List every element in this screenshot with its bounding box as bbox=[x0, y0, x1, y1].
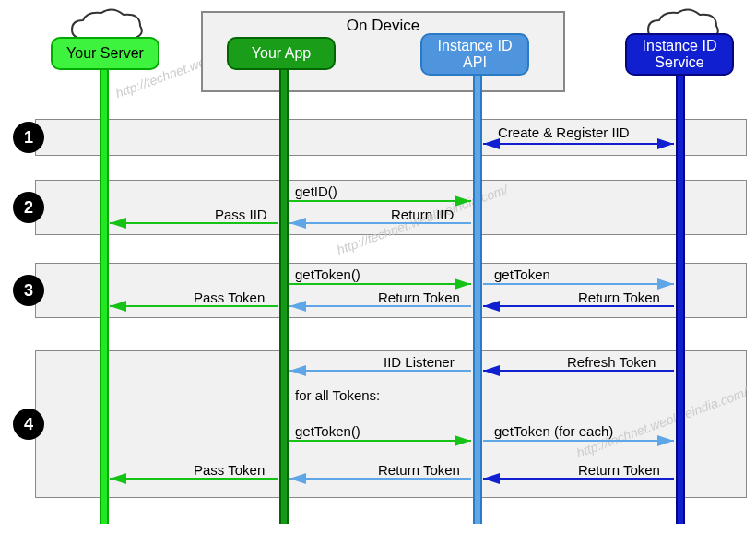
msg-return-token-svc: Return Token bbox=[578, 290, 660, 305]
msg-pass-token-4: Pass Token bbox=[194, 462, 265, 478]
msg-gettoken-4: getToken() bbox=[295, 423, 360, 439]
msg-gettoken-plain: getToken bbox=[494, 266, 550, 282]
actor-your-server: Your Server bbox=[51, 37, 159, 70]
actor-iid-api: Instance ID API bbox=[420, 33, 529, 76]
step-num-2: 2 bbox=[13, 192, 44, 223]
lifeline-your-server bbox=[100, 55, 109, 524]
actor-iid-service: Instance ID Service bbox=[625, 33, 734, 76]
step-band-1 bbox=[35, 119, 747, 156]
msg-pass-token: Pass Token bbox=[194, 290, 265, 305]
step-num-3: 3 bbox=[13, 275, 44, 306]
msg-gettoken-each: getToken (for each) bbox=[494, 423, 613, 439]
msg-pass-iid: Pass IID bbox=[215, 207, 267, 222]
msg-getid: getID() bbox=[295, 184, 337, 199]
step-num-4: 4 bbox=[13, 409, 44, 440]
msg-return-token-api: Return Token bbox=[378, 290, 460, 305]
actor-your-app: Your App bbox=[227, 37, 336, 70]
lifeline-iid-api bbox=[473, 65, 482, 524]
msg-return-token-svc-4: Return Token bbox=[578, 462, 660, 478]
msg-refresh-token: Refresh Token bbox=[567, 354, 656, 370]
step-num-1: 1 bbox=[13, 122, 44, 153]
sequence-diagram: http://technet.weblineindia.com/ http://… bbox=[0, 0, 756, 533]
msg-for-all-tokens: for all Tokens: bbox=[295, 387, 380, 403]
msg-return-iid: Return IID bbox=[391, 207, 454, 222]
on-device-label: On Device bbox=[203, 17, 563, 35]
msg-create-register: Create & Register IID bbox=[498, 124, 630, 140]
msg-gettoken: getToken() bbox=[295, 266, 360, 282]
lifeline-your-app bbox=[279, 65, 289, 524]
msg-iid-listener: IID Listener bbox=[384, 354, 455, 370]
msg-return-token-api-4: Return Token bbox=[378, 462, 460, 478]
lifeline-iid-service bbox=[676, 55, 685, 524]
